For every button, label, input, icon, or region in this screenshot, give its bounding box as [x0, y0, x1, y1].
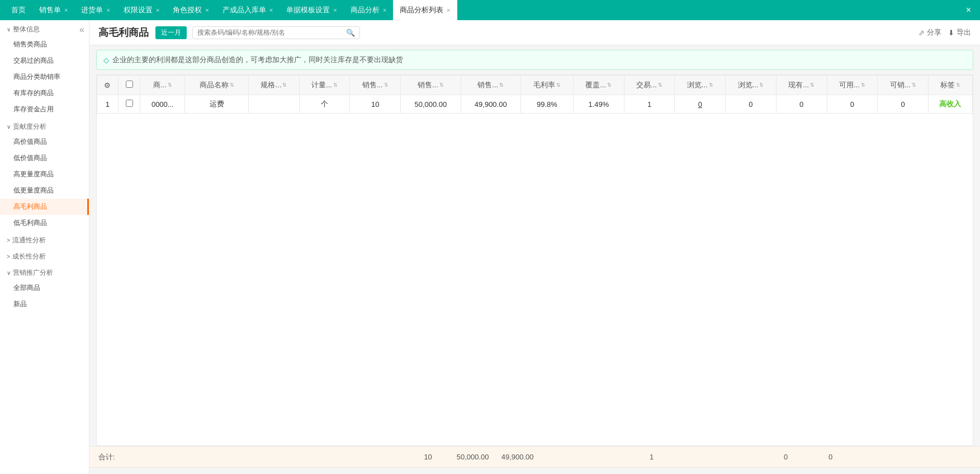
footer-summary: 合计: 1050,000.0049,900.00100 — [89, 446, 980, 467]
table-header: ⚙商...⇅商品名称⇅规格...⇅计量...⇅销售...⇅销售...⇅销售...… — [97, 76, 973, 95]
settings-icon[interactable]: ⚙ — [104, 81, 111, 90]
col-label: 浏览... — [687, 80, 708, 90]
table-col-header-12[interactable]: 浏览...⇅ — [675, 76, 726, 95]
table-col-header-0[interactable]: ⚙ — [97, 76, 119, 95]
sort-icon[interactable]: ⇅ — [658, 82, 662, 88]
sidebar-item-全部商品[interactable]: 全部商品 — [0, 280, 89, 296]
select-all-checkbox[interactable] — [126, 81, 133, 88]
footer-cell-7: 50,000.00 — [451, 453, 495, 461]
sidebar-item-高价值商品[interactable]: 高价值商品 — [0, 134, 89, 150]
nav-close-icon[interactable]: × — [205, 7, 209, 13]
sidebar-item-库存资金占用[interactable]: 库存资金占用 — [0, 101, 89, 118]
sort-icon[interactable]: ⇅ — [607, 82, 612, 88]
table-col-header-16[interactable]: 可销...⇅ — [878, 76, 929, 95]
sidebar-item-高毛利商品[interactable]: 高毛利商品 — [0, 199, 89, 215]
table-col-header-15[interactable]: 可用...⇅ — [827, 76, 878, 95]
sidebar-group-贡献度分析[interactable]: ∨贡献度分析 — [0, 118, 89, 134]
sort-icon[interactable]: ⇅ — [282, 82, 287, 88]
sidebar-item-商品分类助销率[interactable]: 商品分类助销率 — [0, 69, 89, 85]
sort-icon[interactable]: ⇅ — [384, 82, 389, 88]
table-col-header-8[interactable]: 销售...⇅ — [461, 76, 520, 95]
sidebar-item-交易过的商品[interactable]: 交易过的商品 — [0, 53, 89, 69]
nav-item-商品分析列表[interactable]: 商品分析列表× — [393, 0, 457, 20]
window-close-button[interactable]: × — [962, 5, 976, 15]
sort-icon[interactable]: ⇅ — [333, 82, 338, 88]
sort-icon[interactable]: ⇅ — [709, 82, 713, 88]
table-col-header-1[interactable] — [118, 76, 140, 95]
nav-close-icon[interactable]: × — [383, 7, 386, 13]
sort-icon[interactable]: ⇅ — [439, 82, 444, 88]
sidebar-item-销售类商品[interactable]: 销售类商品 — [0, 36, 89, 53]
sort-icon[interactable]: ⇅ — [168, 82, 172, 88]
table-col-header-7[interactable]: 销售...⇅ — [401, 76, 461, 95]
nav-close-icon[interactable]: × — [333, 7, 337, 13]
time-filter-button[interactable]: 近一月 — [155, 26, 187, 39]
search-icon[interactable]: 🔍 — [346, 29, 355, 37]
horizontal-scrollbar[interactable] — [89, 467, 980, 474]
sidebar-group-成长性分析[interactable]: >成长性分析 — [0, 247, 89, 264]
group-arrow-icon: > — [7, 254, 10, 260]
sidebar-item-新品[interactable]: 新品 — [0, 296, 89, 312]
table-col-header-13[interactable]: 浏览...⇅ — [726, 76, 777, 95]
sort-icon[interactable]: ⇅ — [499, 82, 504, 88]
nav-item-进货单[interactable]: 进货单× — [74, 0, 116, 20]
nav-close-icon[interactable]: × — [447, 7, 450, 13]
col-label: 标签 — [940, 80, 955, 90]
info-banner-text: 企业的主要的利润都是这部分商品创造的，可考虑加大推广，同时关注库存是不要出现缺货 — [112, 55, 403, 65]
footer-cell-2 — [227, 453, 272, 461]
sort-icon[interactable]: ⇅ — [556, 82, 561, 88]
footer-cell-13 — [719, 453, 764, 461]
table-col-header-10[interactable]: 覆盖...⇅ — [573, 76, 624, 95]
nav-item-商品分析[interactable]: 商品分析× — [344, 0, 393, 20]
table-col-header-9[interactable]: 毛利率⇅ — [520, 76, 573, 95]
table-col-header-14[interactable]: 现有...⇅ — [776, 76, 827, 95]
sidebar-item-低价值商品[interactable]: 低价值商品 — [0, 150, 89, 166]
sort-icon[interactable]: ⇅ — [230, 82, 234, 88]
export-label: 导出 — [957, 27, 971, 37]
nav-close-icon[interactable]: × — [156, 7, 159, 13]
table-col-header-6[interactable]: 销售...⇅ — [350, 76, 401, 95]
sidebar-collapse-button[interactable]: « — [79, 25, 84, 35]
footer-cell-0 — [138, 453, 182, 461]
sort-icon[interactable]: ⇅ — [956, 82, 960, 88]
browse-link[interactable]: 0 — [698, 100, 702, 109]
sort-icon[interactable]: ⇅ — [912, 82, 916, 88]
table-col-header-11[interactable]: 交易...⇅ — [624, 76, 675, 95]
sidebar-item-低更量度商品[interactable]: 低更量度商品 — [0, 182, 89, 199]
nav-item-权限设置[interactable]: 权限设置× — [117, 0, 166, 20]
table-col-header-5[interactable]: 计量...⇅ — [299, 76, 350, 95]
footer-cell-14: 0 — [764, 453, 808, 461]
col-label: 规格... — [261, 80, 281, 90]
search-box: 🔍 — [192, 26, 360, 39]
sort-icon[interactable]: ⇅ — [861, 82, 865, 88]
group-arrow-icon: ∨ — [7, 26, 11, 32]
export-button[interactable]: ⬇ 导出 — [948, 27, 971, 37]
sidebar-group-营销推广分析[interactable]: ∨营销推广分析 — [0, 264, 89, 280]
table-col-header-4[interactable]: 规格...⇅ — [248, 76, 299, 95]
sort-icon[interactable]: ⇅ — [810, 82, 815, 88]
table-col-header-2[interactable]: 商...⇅ — [140, 76, 185, 95]
sort-icon[interactable]: ⇅ — [759, 82, 764, 88]
browse-count1: 0 — [675, 95, 726, 114]
nav-item-产成品入库单[interactable]: 产成品入库单× — [216, 0, 280, 20]
footer-cell-10 — [585, 453, 629, 461]
row-checkbox-input[interactable] — [126, 100, 133, 107]
table-col-header-3[interactable]: 商品名称⇅ — [185, 76, 249, 95]
row-index: 1 — [97, 95, 119, 114]
nav-close-icon[interactable]: × — [269, 7, 273, 13]
sidebar-item-有库存的商品[interactable]: 有库存的商品 — [0, 85, 89, 101]
sidebar-group-整体信息[interactable]: ∨整体信息 — [0, 20, 89, 36]
search-input[interactable] — [197, 29, 346, 36]
nav-close-icon[interactable]: × — [64, 7, 68, 13]
nav-close-icon[interactable]: × — [106, 7, 110, 13]
share-button[interactable]: ⬀ 分享 — [919, 27, 941, 37]
nav-item-角色授权[interactable]: 角色授权× — [166, 0, 215, 20]
sidebar-group-流通性分析[interactable]: >流通性分析 — [0, 231, 89, 247]
sidebar-item-低毛利商品[interactable]: 低毛利商品 — [0, 215, 89, 231]
nav-item-单据模板设置[interactable]: 单据模板设置× — [280, 0, 343, 20]
nav-item-销售单[interactable]: 销售单× — [32, 0, 74, 20]
col-label: 现有... — [788, 80, 809, 90]
sidebar-item-高更量度商品[interactable]: 高更量度商品 — [0, 166, 89, 182]
nav-item-首页[interactable]: 首页 — [4, 0, 32, 20]
table-col-header-17[interactable]: 标签⇅ — [928, 76, 972, 95]
